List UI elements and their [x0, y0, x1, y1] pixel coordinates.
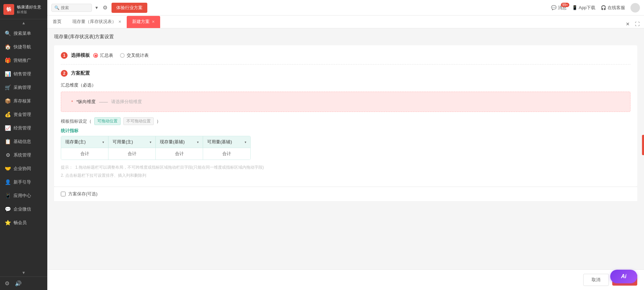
header-cell-0[interactable]: 现存量(主) ▾: [61, 136, 108, 148]
header-cell-3[interactable]: 可用量(基辅) ▾: [203, 136, 250, 148]
sidebar-item-finance[interactable]: 💰 资金管理: [0, 108, 47, 121]
config-card: 1 选择模板 汇总表 交叉统计表 2 方案配置: [54, 45, 637, 187]
topbar-right: 💬 消息 99+ 📱 App下载 🎧 在线客服: [551, 3, 640, 13]
save-label: 方案保存(可选): [68, 191, 98, 197]
metrics-header-row: 现存量(主) ▾ 可用量(主) ▾ 现存量(基辅) ▾ 可用量(基辅) ▾: [61, 136, 250, 148]
sidebar-item-label: 基础信息: [14, 139, 31, 145]
sidebar-nav: 🔍 搜索菜单 🏠 快捷导航 🎁 营销推广 📊 销售管理 🛒 采购管理 📦 库存核…: [0, 27, 47, 269]
body-cell-0: 合计: [61, 148, 108, 160]
chevron-down-icon: ▾: [150, 140, 151, 144]
ai-float-button[interactable]: Ai: [610, 270, 637, 283]
metrics-config-suffix: ）: [156, 118, 161, 124]
sidebar-item-marketing[interactable]: 🎁 营销推广: [0, 54, 47, 67]
window-controls: ✕ ⛶: [624, 20, 644, 28]
close-window-button[interactable]: ✕: [624, 20, 632, 28]
step1-title: 选择模板: [71, 52, 90, 58]
user-icon: 👤: [5, 179, 11, 185]
tips-prefix: 提示： 1.拖动标题栏可以调整布局，不可跨维度或指标区域拖动栏目字段(只能在同一…: [61, 164, 630, 171]
headset-icon: 🎧: [601, 5, 606, 10]
sidebar-item-new-guide[interactable]: 👤 新手引导: [0, 175, 47, 189]
sidebar-logo: 畅 畅康通好生意 标准版: [0, 0, 47, 19]
audio-icon[interactable]: 🔊: [15, 280, 22, 287]
sidebar-item-label: 系统管理: [14, 152, 31, 158]
stat-section-title: 统计指标: [61, 128, 630, 134]
sidebar-item-label: 畅会员: [14, 220, 27, 226]
tab-inventory-close-icon[interactable]: ✕: [118, 20, 121, 24]
sidebar-item-label: 应用中心: [14, 193, 31, 199]
tab-home[interactable]: 首页: [47, 16, 67, 28]
sidebar-scroll-down[interactable]: ▼: [0, 269, 47, 276]
sidebar-item-label: 新手引导: [14, 179, 31, 185]
sidebar-item-company[interactable]: 🤝 企业协同: [0, 162, 47, 175]
step2-row: 2 方案配置: [61, 70, 630, 77]
expand-window-button[interactable]: ⛶: [633, 20, 641, 28]
sidebar-item-enterprise-wechat[interactable]: 💬 企业微信: [0, 202, 47, 216]
trending-icon: 📈: [5, 125, 11, 131]
sidebar-scroll-up[interactable]: ▲: [0, 19, 47, 27]
sidebar-item-quick-nav[interactable]: 🏠 快捷导航: [0, 40, 47, 54]
topbar: 🔍 ▼ ⚙ 体验行业方案 💬 消息 99+ 📱 App下载 🎧 在线客服: [47, 0, 644, 16]
sidebar-item-label: 搜索菜单: [14, 30, 31, 37]
settings-icon[interactable]: ⚙: [5, 280, 9, 287]
sidebar-item-purchase[interactable]: 🛒 采购管理: [0, 81, 47, 94]
tabs-bar: 首页 现存量（库存状况表） ✕ 新建方案 ✕ ✕ ⛶: [47, 16, 644, 28]
dimension-label: *纵向维度: [76, 99, 96, 105]
search-icon: 🔍: [54, 5, 59, 10]
content-area: 现存量(库存状况表)方案设置 1 选择模板 汇总表 交叉统计表: [47, 28, 644, 269]
sidebar-item-inventory[interactable]: 📦 库存核算: [0, 94, 47, 108]
dimension-area[interactable]: * *纵向维度 —— 请选择分组维度: [61, 92, 630, 112]
sidebar-item-search[interactable]: 🔍 搜索菜单: [0, 27, 47, 40]
main-area: 🔍 ▼ ⚙ 体验行业方案 💬 消息 99+ 📱 App下载 🎧 在线客服: [47, 0, 644, 290]
gear-icon: ⚙: [5, 152, 11, 158]
sidebar-item-management[interactable]: 📈 经营管理: [0, 121, 47, 135]
star-icon: ⭐: [5, 220, 11, 226]
body-cell-3: 合计: [203, 148, 250, 160]
radio-summary[interactable]: 汇总表: [93, 52, 113, 58]
draggable-tag: 可拖动位置: [94, 117, 121, 125]
chart-icon: 📊: [5, 71, 11, 77]
right-scroll-hint: [642, 135, 644, 155]
sidebar-item-label: 企业微信: [14, 206, 31, 212]
money-icon: 💰: [5, 112, 11, 118]
radio-cross[interactable]: 交叉统计表: [120, 52, 149, 58]
chevron-down-icon: ▾: [245, 140, 246, 144]
home-icon: 🏠: [5, 44, 11, 50]
radio-summary-label: 汇总表: [100, 52, 113, 58]
online-service-label: 在线客服: [608, 5, 625, 11]
sidebar-bottom: ⚙ 🔊: [0, 276, 47, 290]
save-checkbox[interactable]: [61, 192, 66, 196]
topbar-dropdown-button[interactable]: ▼: [95, 5, 99, 10]
gift-icon: 🎁: [5, 57, 11, 64]
online-service-item[interactable]: 🎧 在线客服: [601, 5, 625, 11]
mobile-icon: 📱: [5, 193, 11, 199]
logo-icon: 畅: [3, 4, 14, 15]
search-box[interactable]: 🔍: [51, 4, 92, 12]
app-download-item[interactable]: 📱 App下载: [572, 5, 595, 11]
sidebar-item-sales[interactable]: 📊 销售管理: [0, 67, 47, 81]
metrics-config-label: 模板指标设定（: [61, 118, 92, 124]
sidebar-item-app-center[interactable]: 📱 应用中心: [0, 189, 47, 202]
step2-title: 方案配置: [71, 70, 90, 76]
tab-new-plan-label: 新建方案: [132, 19, 150, 25]
save-row: 方案保存(可选): [54, 187, 637, 201]
cancel-button[interactable]: 取消: [583, 274, 609, 286]
sidebar-item-basic-info[interactable]: 📋 基础信息: [0, 135, 47, 148]
tab-inventory-status[interactable]: 现存量（库存状况表） ✕: [67, 16, 127, 28]
header-cell-1[interactable]: 可用量(主) ▾: [108, 136, 156, 148]
avatar[interactable]: [630, 3, 640, 13]
tab-new-plan[interactable]: 新建方案 ✕: [127, 16, 160, 28]
sidebar-item-label: 资金管理: [14, 112, 31, 118]
handshake-icon: 🤝: [5, 166, 11, 172]
message-item[interactable]: 💬 消息 99+: [551, 5, 567, 11]
search-input[interactable]: [61, 5, 88, 10]
search-icon: 🔍: [5, 30, 11, 37]
topbar-gear-icon[interactable]: ⚙: [101, 3, 109, 12]
trial-industry-button[interactable]: 体验行业方案: [112, 3, 147, 13]
header-cell-2[interactable]: 现存量(基辅) ▾: [156, 136, 203, 148]
dimension-dash: ——: [99, 99, 108, 104]
body-cell-1: 合计: [108, 148, 156, 160]
tab-new-plan-close-icon[interactable]: ✕: [152, 20, 155, 24]
sidebar-item-system[interactable]: ⚙ 系统管理: [0, 148, 47, 162]
sidebar-item-member[interactable]: ⭐ 畅会员: [0, 216, 47, 229]
radio-cross-circle: [120, 53, 125, 58]
